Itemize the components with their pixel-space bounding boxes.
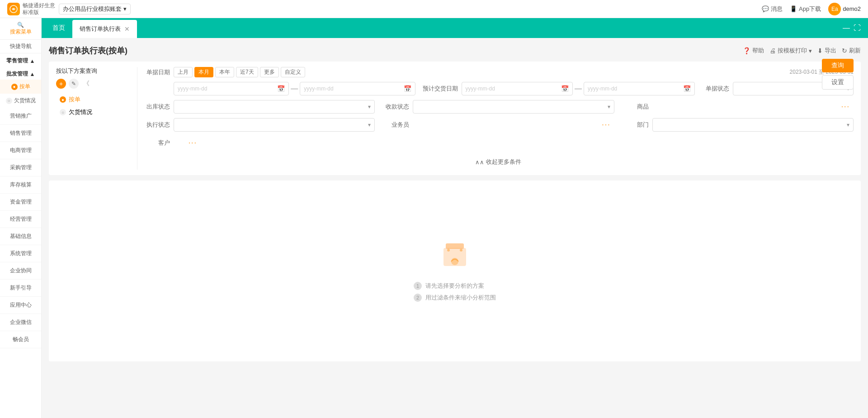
plan-dot-inactive: ○ xyxy=(60,109,66,115)
date-preset-7days[interactable]: 近7天 xyxy=(236,67,258,77)
date-preset-more[interactable]: 更多 xyxy=(260,67,279,77)
message-label: 消息 xyxy=(771,5,783,13)
sidebar-item-appstore[interactable]: 应用中心 xyxy=(0,297,41,314)
doc-status-label: 单据状态 xyxy=(702,85,729,93)
customer-select[interactable]: ··· xyxy=(174,136,201,150)
date-to-input[interactable]: yyyy-mm-dd 📅 xyxy=(300,82,415,95)
maximize-icon[interactable]: ⛶ xyxy=(854,24,861,32)
goods-dots-icon[interactable]: ··· xyxy=(841,103,850,111)
sidebar-item-wechat[interactable]: 企业微信 xyxy=(0,314,41,331)
sidebar-search[interactable]: 🔍 搜索菜单 xyxy=(0,18,41,40)
filter-panel: 按以下方案查询 + ✎ 《 ● 按单 ○ 欠货情况 xyxy=(49,62,861,175)
app-download-label: App下载 xyxy=(799,5,821,13)
chevron-down-icon: ▾ xyxy=(123,5,127,12)
date-from-input[interactable]: yyyy-mm-dd 📅 xyxy=(174,82,289,95)
logo-area: 畅捷通好生意 标准版 xyxy=(7,2,55,15)
goods-select[interactable]: ··· xyxy=(652,100,854,114)
inactive-dot: ○ xyxy=(6,98,12,104)
user-profile[interactable]: Ea demo2 xyxy=(828,3,861,15)
sidebar-item-basic[interactable]: 基础信息 xyxy=(0,228,41,245)
filter-field-payment-status: 收款状态 ▾ xyxy=(382,100,614,114)
page-actions: ❓ 帮助 🖨 按模板打印 ▾ ⬇ 导出 ↻ 刷新 xyxy=(743,47,861,55)
plan-item-byorder[interactable]: ● 按单 xyxy=(56,93,132,106)
exec-status-label: 执行状态 xyxy=(143,121,170,129)
filter-field-customer: 客户 ··· xyxy=(143,136,297,150)
tab-close-icon[interactable]: ✕ xyxy=(124,25,130,33)
empty-steps-list: 1 请先选择要分析的方案 2 用过滤条件来缩小分析范围 xyxy=(414,282,496,305)
salesperson-select[interactable]: ··· xyxy=(413,118,614,132)
salesperson-dots-icon[interactable]: ··· xyxy=(602,121,610,129)
empty-step-1: 1 请先选择要分析的方案 xyxy=(414,282,496,290)
expected-date-range: yyyy-mm-dd 📅 — yyyy-mm-dd 📅 xyxy=(462,82,695,95)
step-num-1: 1 xyxy=(414,282,422,290)
filter-field-exec-status: 执行状态 ▾ xyxy=(143,118,375,132)
step-num-2: 2 xyxy=(414,294,422,302)
date-preset-thisyear[interactable]: 本年 xyxy=(215,67,234,77)
salesperson-label: 业务员 xyxy=(382,121,409,129)
dept-chevron: ▾ xyxy=(847,122,849,128)
plan-item-shortage[interactable]: ○ 欠货情况 xyxy=(56,106,132,119)
date-preset-thismonth[interactable]: 本月 xyxy=(194,67,213,77)
filter-field-daterange: yyyy-mm-dd 📅 — yyyy-mm-dd 📅 xyxy=(143,82,415,95)
sidebar-subitem-shortage[interactable]: ○ 欠货情况 xyxy=(0,94,41,108)
sidebar-item-newbie[interactable]: 新手引导 xyxy=(0,280,41,297)
exec-status-select[interactable]: ▾ xyxy=(174,118,375,132)
sidebar-item-sales[interactable]: 销售管理 xyxy=(0,125,41,142)
filter-row-2: yyyy-mm-dd 📅 — yyyy-mm-dd 📅 xyxy=(143,82,854,95)
customer-dots-icon[interactable]: ··· xyxy=(189,139,197,147)
expected-date-from[interactable]: yyyy-mm-dd 📅 xyxy=(462,82,573,95)
user-name: demo2 xyxy=(843,5,861,12)
expected-date-to[interactable]: yyyy-mm-dd 📅 xyxy=(584,82,695,95)
sidebar-item-wholesale[interactable]: 批发管理 ▲ xyxy=(0,66,41,80)
app-selector[interactable]: 办公用品行业模拟账套 ▾ xyxy=(59,4,131,14)
sidebar-item-finance[interactable]: 资金管理 xyxy=(0,194,41,211)
settings-button[interactable]: 设置 xyxy=(822,75,854,90)
add-plan-button[interactable]: + xyxy=(56,79,66,89)
message-button[interactable]: 💬 消息 xyxy=(762,5,783,13)
dept-label: 部门 xyxy=(622,121,649,129)
refresh-button[interactable]: ↻ 刷新 xyxy=(842,47,861,55)
print-button[interactable]: 🖨 按模板打印 ▾ xyxy=(769,47,812,55)
export-button[interactable]: ⬇ 导出 xyxy=(817,47,836,55)
collapse-more-btn[interactable]: ∧∧ 收起更多条件 xyxy=(143,154,854,170)
payment-status-select[interactable]: ▾ xyxy=(413,100,614,114)
calendar-from-icon: 📅 xyxy=(277,85,285,92)
sidebar-subitem-byorder[interactable]: ● 按单 xyxy=(0,80,41,94)
empty-state: 1 请先选择要分析的方案 2 用过滤条件来缩小分析范围 xyxy=(405,209,505,332)
logo-icon xyxy=(7,3,20,15)
filter-field-goods: 商品 ··· xyxy=(622,100,854,114)
sidebar-item-retail[interactable]: 零售管理 ▲ xyxy=(0,53,41,66)
tab-sales-order-exec[interactable]: 销售订单执行表 ✕ xyxy=(72,20,137,38)
filter-row-3: 出库状态 ▾ 收款状态 ▾ xyxy=(143,100,854,114)
edit-plan-button[interactable]: ✎ xyxy=(69,79,79,89)
plan-dot-active: ● xyxy=(60,96,66,103)
payment-status-label: 收款状态 xyxy=(382,103,409,111)
stock-status-select[interactable]: ▾ xyxy=(174,100,375,114)
sidebar-item-enterprise[interactable]: 企业协同 xyxy=(0,262,41,280)
collapse-panel-button[interactable]: 《 xyxy=(81,79,91,89)
main-layout: 🔍 搜索菜单 快捷导航 零售管理 ▲ 批发管理 ▲ ● 按单 ○ 欠货情况 营销… xyxy=(0,18,868,418)
date-preset-lastmonth[interactable]: 上月 xyxy=(174,67,193,77)
sidebar-item-operation[interactable]: 经营管理 xyxy=(0,211,41,228)
filter-row-4: 执行状态 ▾ 业务员 ··· xyxy=(143,118,854,132)
avatar: Ea xyxy=(828,3,841,15)
filter-fields: 单据日期 上月 本月 本年 近7天 更多 自定义 xyxy=(143,67,854,170)
dept-select[interactable]: ▾ xyxy=(652,118,854,132)
app-download-button[interactable]: 📱 App下载 xyxy=(790,5,821,13)
sidebar-item-marketing[interactable]: 营销推广 xyxy=(0,108,41,125)
sidebar-quick-nav[interactable]: 快捷导航 xyxy=(0,40,41,53)
sidebar-item-inventory[interactable]: 库存核算 xyxy=(0,176,41,194)
date-range-inputs: yyyy-mm-dd 📅 — yyyy-mm-dd 📅 xyxy=(174,82,415,95)
app-selector-label: 办公用品行业模拟账套 xyxy=(63,5,122,13)
sidebar-item-ecommerce[interactable]: 电商管理 xyxy=(0,142,41,159)
date-preset-custom[interactable]: 自定义 xyxy=(281,67,305,77)
sidebar-item-system[interactable]: 系统管理 xyxy=(0,245,41,262)
help-button[interactable]: ❓ 帮助 xyxy=(743,47,764,55)
sidebar-item-member[interactable]: 畅会员 xyxy=(0,331,41,348)
tab-home[interactable]: 首页 xyxy=(45,18,72,38)
sidebar-item-purchase[interactable]: 采购管理 xyxy=(0,159,41,176)
stock-status-label: 出库状态 xyxy=(143,103,170,111)
search-button[interactable]: 查询 xyxy=(822,59,854,72)
minimize-icon[interactable]: — xyxy=(843,24,850,32)
empty-step-2: 2 用过滤条件来缩小分析范围 xyxy=(414,294,496,302)
